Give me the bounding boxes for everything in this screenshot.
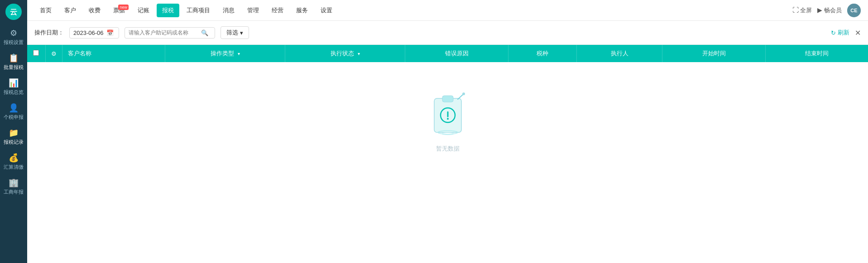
fullscreen-icon: ⛶ xyxy=(792,6,799,14)
member-btn[interactable]: ▶ 畅会员 xyxy=(817,6,842,15)
svg-point-6 xyxy=(447,118,449,120)
table-body: 暂无数据 xyxy=(27,62,868,180)
sidebar-item-geshuai-shenbao[interactable]: 👤 个税申报 xyxy=(0,99,27,124)
select-all-checkbox[interactable] xyxy=(33,50,39,56)
search-wrap: 🔍 xyxy=(125,27,215,39)
sidebar: 云 ⚙ 报税设置 📋 批量报税 📊 报税总览 👤 个税申报 📁 报税记录 💰 汇… xyxy=(0,0,27,263)
records-icon: 📁 xyxy=(9,128,19,138)
search-input[interactable] xyxy=(129,29,201,36)
sidebar-logo: 云 xyxy=(5,4,22,20)
sort-exec-status-icon: ▾ xyxy=(358,51,360,56)
content: 操作日期： 2023-06-06 📅 🔍 筛选 ▾ ↻ 刷新 ✕ xyxy=(27,21,868,263)
nav-item-jizhang[interactable]: 记账 xyxy=(132,4,155,17)
navbar: 首页 客户 收费 票据 new 记账 报税 工商项目 消息 xyxy=(27,0,868,21)
th-exec-status[interactable]: 执行状态 ▾ xyxy=(285,45,405,62)
empty-text: 暂无数据 xyxy=(436,145,460,153)
settings-icon: ⚙ xyxy=(10,28,17,38)
nav-item-guanli[interactable]: 管理 xyxy=(242,4,264,17)
annual-report-icon: 🏢 xyxy=(9,178,19,188)
table-wrap: ⚙ 客户名称 操作类型 ▾ 执行状态 ▾ xyxy=(27,45,868,263)
sidebar-item-baoshui-zongjian[interactable]: 📊 报税总览 xyxy=(0,74,27,99)
table-header-row: ⚙ 客户名称 操作类型 ▾ 执行状态 ▾ xyxy=(27,45,868,62)
svg-point-8 xyxy=(462,93,465,95)
calendar-icon: 📅 xyxy=(106,29,114,36)
empty-state-row: 暂无数据 xyxy=(27,62,868,180)
th-tax-type: 税种 xyxy=(508,45,577,62)
date-picker[interactable]: 2023-06-06 📅 xyxy=(69,27,119,39)
settlement-icon: 💰 xyxy=(9,153,19,163)
th-executor: 执行人 xyxy=(577,45,662,62)
nav-item-jingying[interactable]: 经营 xyxy=(266,4,289,17)
th-settings[interactable]: ⚙ xyxy=(45,45,62,62)
sort-op-type-icon: ▾ xyxy=(238,51,240,56)
th-end-time: 结束时间 xyxy=(766,45,868,62)
nav-item-baoshui[interactable]: 报税 xyxy=(157,4,179,17)
th-customer-name: 客户名称 xyxy=(62,45,165,62)
overview-icon: 📊 xyxy=(9,78,19,88)
toolbar: 操作日期： 2023-06-06 📅 🔍 筛选 ▾ ↻ 刷新 ✕ xyxy=(27,21,868,45)
close-button[interactable]: ✕ xyxy=(855,29,861,37)
column-settings-icon: ⚙ xyxy=(51,50,57,57)
date-label: 操作日期： xyxy=(34,29,64,37)
empty-illustration xyxy=(425,89,470,139)
svg-text:云: 云 xyxy=(10,8,17,16)
nav-item-kehu[interactable]: 客户 xyxy=(59,4,82,17)
svg-rect-3 xyxy=(442,96,453,102)
nav-items: 首页 客户 收费 票据 new 记账 报税 工商项目 消息 xyxy=(34,4,792,17)
sidebar-item-huisuan-jiaona[interactable]: 💰 汇算清缴 xyxy=(0,149,27,174)
refresh-icon: ↻ xyxy=(831,29,836,36)
nav-item-shouye[interactable]: 首页 xyxy=(34,4,57,17)
nav-item-shezhi[interactable]: 设置 xyxy=(315,4,338,17)
main-table: ⚙ 客户名称 操作类型 ▾ 执行状态 ▾ xyxy=(27,45,868,180)
personal-tax-icon: 👤 xyxy=(9,103,19,113)
chevron-down-icon: ▾ xyxy=(240,29,243,36)
th-start-time: 开始时间 xyxy=(662,45,766,62)
sidebar-item-gongshang-nianbao[interactable]: 🏢 工商年报 xyxy=(0,174,27,199)
empty-state: 暂无数据 xyxy=(27,62,868,180)
navbar-right: ⛶ 全屏 ▶ 畅会员 CE xyxy=(792,4,861,17)
refresh-button[interactable]: ↻ 刷新 xyxy=(831,29,849,37)
nav-item-gongshang-xiangmu[interactable]: 工商项目 xyxy=(181,4,216,17)
nav-item-xiaoxi[interactable]: 消息 xyxy=(217,4,240,17)
filter-button[interactable]: 筛选 ▾ xyxy=(221,26,249,39)
video-icon: ▶ xyxy=(817,6,822,14)
nav-item-piaoju[interactable]: 票据 new xyxy=(108,4,130,17)
nav-item-fuwu[interactable]: 服务 xyxy=(291,4,313,17)
sidebar-item-piliang-baoshui[interactable]: 📋 批量报税 xyxy=(0,49,27,74)
sidebar-item-baoshui-jilu[interactable]: 📁 报税记录 xyxy=(0,124,27,149)
th-checkbox[interactable] xyxy=(27,45,45,62)
main-area: 首页 客户 收费 票据 new 记账 报税 工商项目 消息 xyxy=(27,0,868,263)
avatar[interactable]: CE xyxy=(847,4,861,17)
batch-tax-icon: 📋 xyxy=(9,53,19,63)
search-icon: 🔍 xyxy=(201,29,208,36)
th-op-type[interactable]: 操作类型 ▾ xyxy=(165,45,285,62)
new-badge: new xyxy=(118,5,129,10)
th-error-reason: 错误原因 xyxy=(405,45,508,62)
fullscreen-btn[interactable]: ⛶ 全屏 xyxy=(792,6,812,15)
sidebar-item-baoshui-shezhi[interactable]: ⚙ 报税设置 xyxy=(0,24,27,49)
nav-item-shoufei[interactable]: 收费 xyxy=(83,4,106,17)
